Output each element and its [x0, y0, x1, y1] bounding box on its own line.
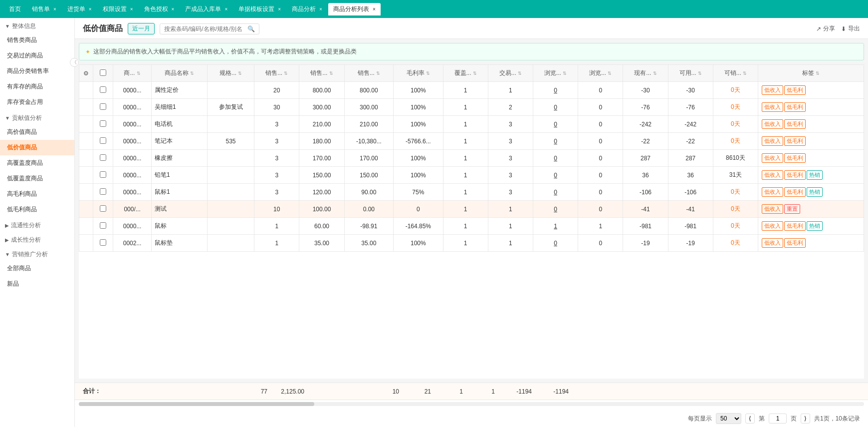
checkbox-cell[interactable]	[93, 116, 113, 133]
checkbox-cell[interactable]	[93, 167, 113, 184]
nav-permission[interactable]: 权限设置 ×	[98, 3, 138, 15]
sidebar-group-liquidity[interactable]: ▶ 流通性分析	[0, 217, 74, 232]
sidebar-item-high-coverage[interactable]: 高覆盖度商品	[0, 155, 74, 171]
close-icon[interactable]: ×	[89, 6, 92, 12]
views1-cell[interactable]: 0	[533, 133, 578, 150]
close-icon[interactable]: ×	[278, 6, 281, 12]
sidebar-item-sales-products[interactable]: 销售类商品	[0, 32, 74, 48]
checkbox-column-header[interactable]	[93, 65, 113, 82]
row-checkbox[interactable]	[100, 86, 106, 93]
coverage-column-header[interactable]: 覆盖... ⇅	[443, 65, 488, 82]
views-link[interactable]: 0	[554, 240, 557, 247]
views-link[interactable]: 0	[554, 206, 557, 213]
checkbox-cell[interactable]	[93, 99, 113, 116]
views1-cell[interactable]: 0	[533, 167, 578, 184]
row-checkbox[interactable]	[100, 120, 106, 127]
close-icon[interactable]: ×	[172, 6, 175, 12]
nav-product-instock[interactable]: 产成品入库单 ×	[180, 3, 232, 15]
search-input[interactable]	[164, 25, 245, 32]
sidebar-group-marketing[interactable]: ▼ 营销推广分析	[0, 246, 74, 261]
views-link[interactable]: 0	[554, 87, 557, 94]
views2-column-header[interactable]: 浏览... ⇅	[578, 65, 623, 82]
nav-template-settings[interactable]: 单据模板设置 ×	[233, 3, 286, 15]
next-page-button[interactable]: ⟩	[801, 414, 810, 424]
checkbox-cell[interactable]	[93, 133, 113, 150]
search-icon[interactable]: 🔍	[247, 25, 255, 32]
sidebar-group-contribution[interactable]: ▼ 贡献值分析	[0, 110, 74, 124]
views1-cell[interactable]: 0	[533, 184, 578, 201]
views1-cell[interactable]: 0	[533, 82, 578, 99]
sidebar-item-low-coverage[interactable]: 低覆盖度商品	[0, 171, 74, 186]
tags-column-header[interactable]: 标签 ⇅	[758, 65, 864, 82]
views-link[interactable]: 0	[554, 172, 557, 179]
views1-cell[interactable]: 0	[533, 150, 578, 167]
nav-home[interactable]: 首页	[4, 3, 26, 15]
row-checkbox[interactable]	[100, 171, 106, 178]
checkbox-cell[interactable]	[93, 201, 113, 218]
sales-amount-column-header[interactable]: 销售... ⇅	[299, 65, 344, 82]
sidebar-item-new-products[interactable]: 新品	[0, 276, 74, 292]
share-button[interactable]: ↗ 分享	[816, 24, 835, 33]
views1-cell[interactable]: 0	[533, 235, 578, 252]
row-checkbox[interactable]	[100, 222, 106, 229]
transactions-column-header[interactable]: 交易... ⇅	[488, 65, 533, 82]
settings-column-header[interactable]: ⚙	[79, 65, 93, 82]
spec-column-header[interactable]: 规格... ⇅	[207, 65, 254, 82]
period-button[interactable]: 近一月	[128, 23, 155, 34]
views-link[interactable]: 0	[554, 104, 557, 111]
checkbox-cell[interactable]	[93, 82, 113, 99]
views-link[interactable]: 0	[554, 155, 557, 162]
checkbox-cell[interactable]	[93, 184, 113, 201]
row-checkbox[interactable]	[100, 154, 106, 161]
sidebar-group-overall[interactable]: ▼ 整体信息	[0, 18, 74, 32]
code-column-header[interactable]: 商... ⇅	[113, 65, 152, 82]
views1-cell[interactable]: 1	[533, 218, 578, 235]
sellable-column-header[interactable]: 可销... ⇅	[713, 65, 758, 82]
sidebar-item-high-margin[interactable]: 高毛利商品	[0, 186, 74, 202]
close-icon[interactable]: ×	[130, 6, 133, 12]
page-number-input[interactable]	[769, 414, 787, 424]
views1-cell[interactable]: 0	[533, 116, 578, 133]
sidebar-group-growth[interactable]: ▶ 成长性分析	[0, 232, 74, 246]
row-checkbox[interactable]	[100, 239, 106, 246]
views-link[interactable]: 1	[554, 223, 557, 230]
available-column-header[interactable]: 可用... ⇅	[668, 65, 713, 82]
sidebar-item-all-products[interactable]: 全部商品	[0, 261, 74, 276]
close-icon[interactable]: ×	[53, 6, 56, 12]
close-icon[interactable]: ×	[373, 6, 376, 12]
name-column-header[interactable]: 商品名称 ⇅	[152, 65, 208, 82]
export-button[interactable]: ⬇ 导出	[841, 24, 860, 33]
sidebar-item-high-value[interactable]: 高价值商品	[0, 124, 74, 140]
row-checkbox[interactable]	[100, 137, 106, 144]
views-link[interactable]: 0	[554, 138, 557, 145]
views-link[interactable]: 0	[554, 189, 557, 196]
checkbox-cell[interactable]	[93, 218, 113, 235]
sidebar-item-capital-occupation[interactable]: 库存资金占用	[0, 94, 74, 110]
nav-product-analysis-list[interactable]: 商品分析列表 ×	[328, 3, 381, 15]
row-checkbox[interactable]	[100, 205, 106, 212]
row-checkbox[interactable]	[100, 103, 106, 110]
nav-role-auth[interactable]: 角色授权 ×	[139, 3, 180, 15]
checkbox-cell[interactable]	[93, 150, 113, 167]
row-checkbox[interactable]	[100, 188, 106, 195]
gross-margin-column-header[interactable]: 毛利率 ⇅	[394, 65, 443, 82]
sidebar-item-stock-products[interactable]: 有库存的商品	[0, 79, 74, 94]
nav-product-analysis[interactable]: 商品分析 ×	[287, 3, 327, 15]
views1-column-header[interactable]: 浏览... ⇅	[533, 65, 578, 82]
sidebar-item-traded-products[interactable]: 交易过的商品	[0, 48, 74, 63]
sales-qty-column-header[interactable]: 销售... ⇅	[254, 65, 299, 82]
sidebar-item-low-margin[interactable]: 低毛利商品	[0, 202, 74, 217]
stock-column-header[interactable]: 现有... ⇅	[623, 65, 668, 82]
sidebar-item-low-value[interactable]: 低价值商品	[0, 140, 74, 155]
select-all-checkbox[interactable]	[100, 69, 106, 76]
close-icon[interactable]: ×	[319, 6, 322, 12]
views1-cell[interactable]: 0	[533, 99, 578, 116]
nav-purchase-order[interactable]: 进货单 ×	[62, 3, 97, 15]
sales-avg-column-header[interactable]: 销售... ⇅	[344, 65, 393, 82]
nav-sales-order[interactable]: 销售单 ×	[27, 3, 61, 15]
close-icon[interactable]: ×	[224, 6, 227, 12]
sidebar-item-category-sales-rate[interactable]: 商品分类销售率	[0, 63, 74, 79]
first-page-button[interactable]: ⟨	[745, 414, 755, 424]
views1-cell[interactable]: 0	[533, 201, 578, 218]
page-size-select[interactable]: 50 100 200	[716, 413, 741, 424]
